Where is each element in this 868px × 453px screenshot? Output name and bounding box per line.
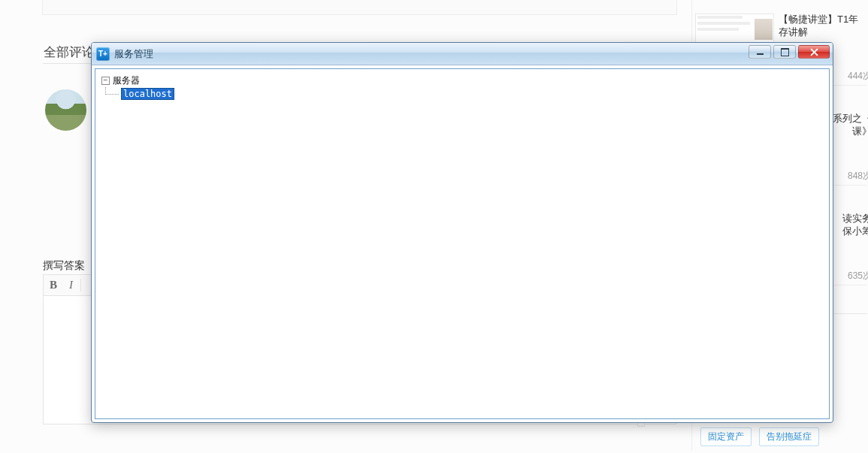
window-client-area: − 服务器 localhost (95, 68, 830, 419)
related-item[interactable]: 【畅捷讲堂】T1年 存讲解 (695, 14, 868, 44)
app-icon: T+ (96, 47, 110, 61)
avatar[interactable] (45, 89, 86, 131)
comments-heading: 全部评论 (44, 44, 95, 61)
related-views: 635次 (848, 270, 868, 282)
related-subtitle: 课》 (852, 125, 868, 137)
tag[interactable]: 固定资产 (700, 427, 752, 446)
bg-top-panel (42, 0, 677, 15)
window-titlebar[interactable]: T+ 服务管理 (92, 43, 833, 65)
tag-row: 固定资产 告别拖延症 (700, 427, 819, 446)
server-tree: − 服务器 localhost (101, 74, 823, 101)
tree-connector (101, 87, 121, 101)
tree-root-label: 服务器 (113, 74, 140, 87)
related-views: 444次 (848, 70, 868, 83)
tag[interactable]: 告别拖延症 (759, 427, 819, 446)
window-title: 服务管理 (114, 47, 153, 61)
maximize-button[interactable] (773, 45, 796, 59)
related-views: 848次 (848, 170, 868, 183)
window-controls (749, 45, 830, 59)
related-title: 系列之《 (833, 113, 868, 124)
minimize-button[interactable] (749, 45, 771, 59)
answer-label: 撰写答案 (43, 259, 85, 273)
tree-child-label: localhost (121, 88, 174, 100)
service-manager-window: T+ 服务管理 − 服务器 localhost (91, 42, 833, 423)
related-subtitle: 保小筹 (842, 225, 868, 237)
italic-button[interactable]: I (69, 279, 81, 291)
bold-button[interactable]: B (50, 279, 57, 291)
related-title: 【畅捷讲堂】T1年 (779, 14, 858, 25)
tree-toggle[interactable]: − (101, 77, 110, 85)
related-subtitle: 存讲解 (779, 26, 808, 38)
close-icon (810, 48, 818, 56)
related-title: 读实务 (842, 213, 868, 224)
close-button[interactable] (798, 45, 830, 59)
related-thumb (695, 14, 774, 44)
tree-child-row[interactable]: localhost (101, 87, 823, 101)
tree-root-row[interactable]: − 服务器 (101, 74, 823, 87)
